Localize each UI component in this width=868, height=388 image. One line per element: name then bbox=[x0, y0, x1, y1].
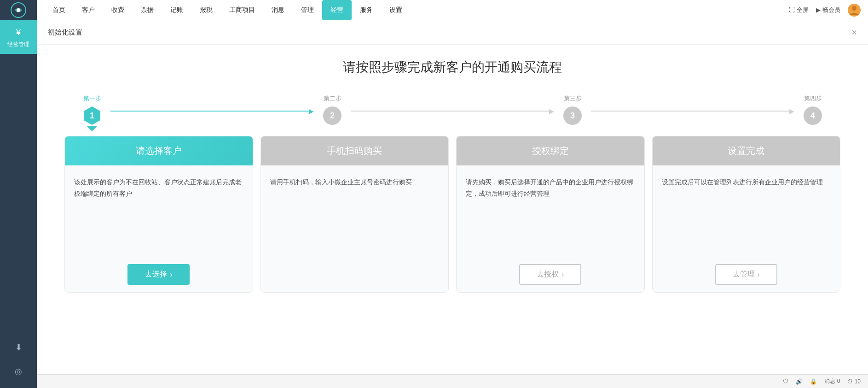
step-4: 第四步 4 bbox=[794, 94, 831, 125]
nav-home[interactable]: 首页 bbox=[44, 0, 74, 20]
nav-invoice[interactable]: 票据 bbox=[133, 0, 162, 20]
card-1-button[interactable]: 去选择 › bbox=[127, 264, 190, 285]
lock-icon: 🔒 bbox=[810, 378, 817, 385]
sidebar-item-label: 经营管理 bbox=[7, 41, 29, 48]
sidebar-item-download[interactable]: ⬇ bbox=[0, 335, 37, 359]
nav-customer[interactable]: 客户 bbox=[74, 0, 103, 20]
step-1: 第一步 1 bbox=[74, 94, 110, 131]
step-1-circle: 1 bbox=[83, 106, 101, 125]
connector-2: ▶ bbox=[351, 107, 554, 115]
support-icon: ◎ bbox=[12, 365, 25, 378]
wizard-title: 请按照步骤完成新客户的开通购买流程 bbox=[64, 59, 840, 76]
nav-tax[interactable]: 报税 bbox=[191, 0, 221, 20]
step-3: 第三步 3 bbox=[554, 94, 591, 125]
sidebar-item-support[interactable]: ◎ bbox=[0, 359, 37, 383]
step-1-pointer bbox=[87, 126, 98, 131]
cards-row: 请选择客户 该处展示的客户为不在回收站、客户状态正常建账后完成老板端绑定的所有客… bbox=[64, 136, 840, 293]
panel-header: 初始化设置 × bbox=[37, 20, 868, 45]
card-1-body: 该处展示的客户为不在回收站、客户状态正常建账后完成老板端绑定的所有客户 bbox=[65, 165, 253, 257]
step-3-label: 第三步 bbox=[564, 94, 582, 103]
nav-right: ⛶ 全屏 ▶ 畅会员 bbox=[789, 4, 861, 17]
card-1-header: 请选择客户 bbox=[65, 136, 253, 165]
bottom-right: 🛡 🔊 🔒 消息 0 ⏱ 10 bbox=[783, 377, 861, 385]
play-icon: ▶ bbox=[816, 6, 821, 13]
main-area: 初始化设置 × 请按照步骤完成新客户的开通购买流程 第一步 1 ▶ bbox=[37, 20, 868, 374]
step-4-label: 第四步 bbox=[804, 94, 822, 103]
card-1: 请选择客户 该处展示的客户为不在回收站、客户状态正常建账后完成老板端绑定的所有客… bbox=[64, 136, 253, 293]
step-4-circle: 4 bbox=[804, 106, 822, 125]
avatar[interactable] bbox=[848, 4, 861, 17]
bottom-bar: ▶ 完成 🛡 🔊 🔒 消息 0 ⏱ 10 bbox=[0, 374, 868, 388]
member-button[interactable]: ▶ 畅会员 bbox=[816, 6, 840, 14]
arrow-2: ▶ bbox=[549, 107, 554, 115]
step-1-label: 第一步 bbox=[83, 94, 101, 103]
nav-service[interactable]: 服务 bbox=[352, 0, 381, 20]
card-4: 设置完成 设置完成后可以在管理列表进行所有企业用户的经营管理 去管理 › bbox=[652, 136, 841, 293]
card-3: 授权绑定 请先购买，购买后选择开通的产品中的企业用户进行授权绑定，成功后即可进行… bbox=[456, 136, 645, 293]
volume-icon: 🔊 bbox=[796, 378, 803, 385]
sidebar-item-management[interactable]: ¥ 经营管理 bbox=[0, 20, 37, 54]
nav-commerce[interactable]: 工商项目 bbox=[221, 0, 263, 20]
connector-3: ▶ bbox=[591, 107, 794, 115]
card-3-btn-arrow: › bbox=[561, 270, 564, 279]
card-2: 手机扫码购买 请用手机扫码，输入小微企业主账号密码进行购买 bbox=[260, 136, 449, 293]
step-2: 第二步 2 bbox=[314, 94, 351, 125]
connector-line-3 bbox=[591, 111, 790, 112]
yuan-icon: ¥ bbox=[12, 26, 25, 39]
step-2-label: 第二步 bbox=[324, 94, 341, 103]
card-3-body: 请先购买，购买后选择开通的产品中的企业用户进行授权绑定，成功后即可进行经营管理 bbox=[457, 165, 644, 257]
card-4-footer: 去管理 › bbox=[653, 257, 840, 292]
card-4-body: 设置完成后可以在管理列表进行所有企业用户的经营管理 bbox=[653, 165, 840, 257]
sidebar-bottom: ⬇ ◎ bbox=[0, 335, 37, 388]
card-1-footer: 去选择 › bbox=[65, 257, 253, 292]
shield-icon: 🛡 bbox=[783, 378, 788, 385]
sidebar: ¥ 经营管理 ⬇ ◎ bbox=[0, 0, 37, 388]
nav-settings[interactable]: 设置 bbox=[381, 0, 411, 20]
page-title: 初始化设置 bbox=[48, 28, 82, 37]
message-count: 消息 0 bbox=[824, 377, 840, 385]
fullscreen-icon: ⛶ bbox=[789, 6, 795, 13]
card-3-btn-label: 去授权 bbox=[537, 270, 559, 279]
arrow-1: ▶ bbox=[309, 107, 314, 115]
step-2-circle: 2 bbox=[323, 106, 341, 125]
nav-message[interactable]: 消息 bbox=[263, 0, 293, 20]
nav-accounting[interactable]: 记账 bbox=[162, 0, 191, 20]
card-4-header: 设置完成 bbox=[653, 136, 840, 165]
connector-line-2 bbox=[351, 111, 550, 112]
content-panel: 初始化设置 × 请按照步骤完成新客户的开通购买流程 第一步 1 ▶ bbox=[37, 20, 868, 374]
connector-1: ▶ bbox=[110, 107, 314, 115]
sidebar-logo bbox=[0, 0, 37, 20]
top-nav: 首页 客户 收费 票据 记账 报税 工商项目 消息 管理 经营 服务 设置 ⛶ … bbox=[37, 0, 868, 20]
connector-line-1 bbox=[110, 111, 310, 112]
card-4-btn-label: 去管理 bbox=[733, 270, 755, 279]
svg-point-2 bbox=[852, 6, 856, 11]
card-1-btn-arrow: › bbox=[170, 270, 172, 279]
nav-operation[interactable]: 经营 bbox=[322, 0, 352, 20]
member-label: 畅会员 bbox=[822, 6, 840, 14]
svg-point-1 bbox=[17, 8, 20, 12]
card-4-button[interactable]: 去管理 › bbox=[715, 264, 777, 285]
download-icon: ⬇ bbox=[12, 341, 25, 354]
wizard-area: 请按照步骤完成新客户的开通购买流程 第一步 1 ▶ 第二步 2 bbox=[37, 45, 868, 306]
fullscreen-button[interactable]: ⛶ 全屏 bbox=[789, 6, 809, 14]
card-3-footer: 去授权 › bbox=[457, 257, 644, 292]
card-2-header: 手机扫码购买 bbox=[261, 136, 449, 165]
nav-manage[interactable]: 管理 bbox=[293, 0, 322, 20]
card-2-footer bbox=[261, 277, 449, 292]
steps-wrapper: 第一步 1 ▶ 第二步 2 ▶ bbox=[64, 94, 840, 131]
close-button[interactable]: × bbox=[851, 28, 857, 37]
fullscreen-label: 全屏 bbox=[797, 6, 809, 14]
step-3-circle: 3 bbox=[563, 106, 582, 125]
timer: ⏱ 10 bbox=[847, 378, 861, 385]
card-3-header: 授权绑定 bbox=[457, 136, 644, 165]
card-2-body: 请用手机扫码，输入小微企业主账号密码进行购买 bbox=[261, 165, 449, 277]
nav-billing[interactable]: 收费 bbox=[103, 0, 133, 20]
card-1-btn-label: 去选择 bbox=[145, 270, 167, 279]
arrow-3: ▶ bbox=[789, 107, 794, 115]
card-3-button[interactable]: 去授权 › bbox=[519, 264, 581, 285]
card-4-btn-arrow: › bbox=[758, 270, 760, 279]
